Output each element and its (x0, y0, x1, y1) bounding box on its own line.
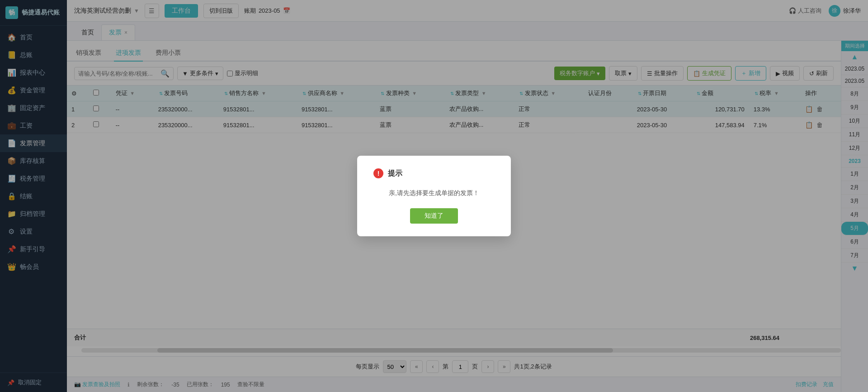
modal-overlay: ! 提示 亲,请先选择要生成单据的发票！ 知道了 (0, 0, 868, 392)
modal-box: ! 提示 亲,请先选择要生成单据的发票！ 知道了 (357, 156, 511, 236)
modal-footer: 知道了 (373, 208, 495, 224)
modal-ok-button[interactable]: 知道了 (410, 208, 458, 224)
warning-icon: ! (373, 168, 383, 178)
modal-title: 提示 (388, 169, 402, 178)
modal-message: 亲,请先选择要生成单据的发票！ (373, 186, 495, 201)
modal-header: ! 提示 (373, 168, 495, 178)
